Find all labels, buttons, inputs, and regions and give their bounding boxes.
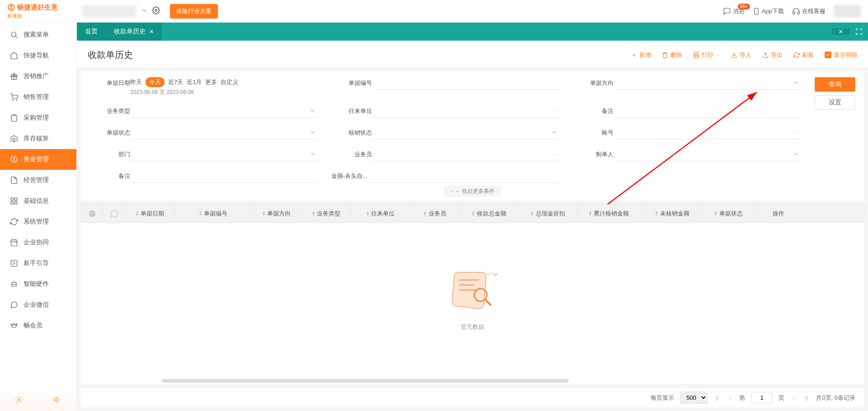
sidebar-item-label: 快捷导航 [24, 51, 49, 60]
sidebar-item-10[interactable]: 企业协同 [0, 232, 76, 253]
svg-rect-12 [13, 139, 15, 142]
action-delete[interactable]: 删除 [662, 51, 682, 59]
select-all-checkbox[interactable] [104, 205, 125, 223]
action-print[interactable]: 打印 [693, 51, 720, 59]
messages-link[interactable]: 消息 99+ [723, 7, 745, 15]
filter-input-amount[interactable] [368, 170, 560, 183]
action-show-detail[interactable]: ✓ 显示明细 [825, 51, 857, 59]
sidebar-item-9[interactable]: 系统管理 [0, 211, 76, 232]
cycle-icon [10, 218, 18, 226]
user-avatar-blurred[interactable] [834, 5, 861, 18]
tabs-fullscreen-icon[interactable] [850, 28, 868, 35]
date-pill[interactable]: 昨天 [130, 78, 142, 86]
page-title: 收款单历史 [88, 49, 133, 61]
date-pill[interactable]: 今天 [146, 77, 165, 87]
vip-icon [10, 322, 18, 330]
filter-input-remark[interactable] [613, 105, 801, 118]
action-refresh[interactable]: 刷新 [793, 51, 814, 59]
sidebar-item-7[interactable]: 经营管理 [0, 170, 76, 191]
experience-plan-button[interactable]: 体验行业方案 [170, 4, 218, 19]
svg-rect-2 [755, 8, 758, 14]
table-header-col[interactable]: ▲▼单据编号 [175, 205, 252, 223]
sidebar-item-13[interactable]: 企业微信 [0, 294, 76, 315]
sidebar-item-label: 库存核算 [24, 135, 49, 143]
sidebar-item-2[interactable]: 营销推广 [0, 66, 76, 87]
pager-last-icon[interactable]: ›| [803, 394, 810, 401]
sidebar-item-4[interactable]: 采购管理 [0, 107, 76, 128]
brand-logo: 畅捷通好生意 [7, 3, 58, 12]
sidebar-item-1[interactable]: 快捷导航 [0, 45, 76, 66]
table-header-col[interactable]: 操作 [754, 205, 803, 223]
tab-close-icon[interactable]: ✕ [149, 28, 154, 35]
svg-rect-18 [11, 240, 17, 246]
app-download-link[interactable]: App下载 [753, 7, 784, 15]
table-header-col[interactable]: ▲▼未核销金额 [641, 205, 704, 223]
filter-select-operator[interactable]: ··· [372, 149, 560, 161]
pager-prev-icon[interactable]: ‹ [727, 394, 733, 401]
sidebar-item-label: 企业微信 [24, 301, 49, 309]
sidebar-item-6[interactable]: 资金管理 [0, 149, 76, 170]
sidebar-item-11[interactable]: 新手引导 [0, 253, 76, 274]
filter-select-partner[interactable]: ··· [372, 105, 560, 118]
filter-input-docno[interactable] [372, 77, 560, 90]
date-pill[interactable]: 自定义 [221, 78, 238, 86]
table-header-col[interactable]: ▲▼总现金折扣 [519, 205, 577, 223]
filter-select-account[interactable]: ··· [613, 127, 801, 140]
table-header-col[interactable]: ▲▼单据状态 [704, 205, 754, 223]
sidebar-item-5[interactable]: 库存核算 [0, 128, 76, 149]
pager-first-icon[interactable]: |‹ [714, 394, 721, 401]
horizontal-scrollbar[interactable] [80, 378, 864, 384]
table-header-col[interactable]: ▲▼单据方向 [252, 205, 302, 223]
filter-select-dept[interactable] [130, 149, 318, 161]
svg-rect-14 [11, 198, 13, 200]
sort-icon: ▲▼ [366, 211, 370, 216]
sidebar-item-8[interactable]: 基础信息 [0, 191, 76, 211]
collapse-filters-toggle[interactable]: 收起更多条件 [444, 186, 501, 197]
sort-icon: ▲▼ [655, 211, 658, 216]
pager-page-input[interactable] [751, 392, 772, 403]
date-pill[interactable]: 更多 [205, 78, 217, 86]
sidebar-sound-icon[interactable] [53, 396, 61, 405]
filter-input-remark2[interactable] [130, 170, 318, 183]
query-button[interactable]: 查询 [815, 77, 855, 92]
pager-next-icon[interactable]: › [791, 394, 796, 401]
action-add[interactable]: ＋新增 [631, 51, 651, 59]
sidebar-settings-icon[interactable] [15, 396, 23, 405]
sidebar-item-14[interactable]: 畅会员 [0, 315, 76, 336]
date-pill[interactable]: 近1月 [187, 78, 202, 86]
per-page-select[interactable]: 500 [680, 392, 708, 404]
table-header-col[interactable]: ▲▼业务类型 [302, 205, 351, 223]
tab-home[interactable]: 首页 [77, 23, 106, 41]
table-header-col[interactable]: ▲▼往来单位 [351, 205, 410, 223]
sort-icon: ▲▼ [472, 211, 475, 216]
filter-label-account: 账号 [573, 127, 613, 137]
table-header-col[interactable]: ▲▼业务员 [410, 205, 460, 223]
action-export[interactable]: 导出 [762, 51, 783, 59]
filter-select-docstatus[interactable] [130, 127, 318, 140]
table-header-col[interactable]: ▲▼收款总金额 [460, 205, 519, 223]
sidebar-item-label: 销售管理 [24, 93, 49, 101]
table-header-col[interactable]: ▲▼单据日期 [125, 205, 175, 223]
svg-point-27 [18, 398, 20, 401]
filter-settings-button[interactable]: 设置 [815, 95, 855, 110]
filter-select-verifystatus[interactable] [372, 127, 560, 140]
sidebar-item-3[interactable]: 销售管理 [0, 87, 76, 107]
date-pill[interactable]: 近7天 [168, 78, 183, 86]
org-settings-icon[interactable] [152, 6, 160, 16]
sidebar-item-0[interactable]: 搜索菜单 [0, 24, 76, 45]
date-range-text: 2023-06-06 至 2023-06-06 [130, 89, 318, 96]
org-dropdown-icon[interactable] [141, 7, 147, 15]
svg-point-25 [15, 284, 16, 285]
column-settings-icon[interactable] [81, 205, 104, 223]
action-import[interactable]: 导入 [731, 51, 751, 59]
table-header-col[interactable]: ▲▼累计核销金额 [577, 205, 641, 223]
sidebar-item-12[interactable]: 智能硬件 [0, 274, 76, 294]
empty-state-illustration [445, 268, 500, 318]
filter-select-creator[interactable] [613, 149, 801, 161]
filter-select-direction[interactable] [613, 77, 801, 90]
filter-select-biztype[interactable] [130, 105, 318, 118]
filter-label-amount: 金额-表头自... [331, 170, 368, 180]
online-service-link[interactable]: 在线客服 [792, 7, 826, 15]
tabs-close-all-icon[interactable] [832, 28, 850, 35]
tab-receipt-history[interactable]: 收款单历史 ✕ [106, 23, 162, 41]
